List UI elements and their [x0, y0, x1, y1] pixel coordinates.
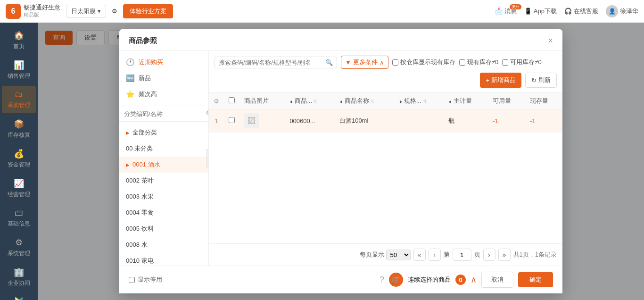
select-all-checkbox[interactable] — [229, 97, 235, 103]
service-icon[interactable]: 🎧 在线客服 — [564, 7, 598, 16]
th-settings: ⚙ — [209, 93, 224, 109]
modal-footer: 显示停用 ? 🛒 连续选择的商品 0 ∧ 取消 确定 — [119, 266, 562, 293]
category-tabs: 🕐 近期购买 🆕 新品 ⭐ 频次高 — [119, 51, 208, 106]
th-available: 可用量 — [488, 93, 525, 109]
sidebar-item-3[interactable]: 📦库存核算 — [2, 115, 36, 143]
cat-tab-new[interactable]: 🆕 新品 — [119, 71, 208, 86]
sidebar: 🏠首页📊销售管理🗂采购管理📦库存核算💰资金管理📈经营管理🗃基础信息⚙系统管理🏢企… — [0, 23, 38, 300]
category-item-3[interactable]: 0002 茶叶 — [119, 173, 208, 189]
cell-available: -1 — [488, 109, 525, 133]
stock-nonzero-checkbox[interactable]: 现有库存≠0 — [459, 58, 498, 67]
sidebar-item-0[interactable]: 🏠首页 — [2, 26, 36, 54]
settings-nav-icon[interactable]: ⚙ — [112, 8, 117, 15]
show-disabled-input[interactable] — [129, 277, 135, 283]
filter-button[interactable]: ▼ 更多条件 ∧ — [341, 56, 388, 69]
sidebar-item-2[interactable]: 🗂采购管理 — [2, 86, 36, 113]
products-table-element: ⚙ 商品图片 ⬧商品...⇅ — [209, 93, 562, 133]
warehouse-checkbox[interactable]: 按仓库显示现有库存 — [392, 58, 455, 67]
sidebar-item-4[interactable]: 💰资金管理 — [2, 145, 36, 173]
cell-code: 000600... — [285, 109, 335, 133]
trial-button[interactable]: 体验行业方案 — [123, 4, 173, 18]
category-item-2[interactable]: ▶0001 酒水 — [119, 157, 208, 173]
cart-count: 0 — [455, 275, 466, 285]
user-avatar[interactable]: 👤 徐泽华 — [606, 5, 638, 17]
cart-icon: 🛒 — [389, 273, 403, 287]
product-toolbar: 🔍 ▼ 更多条件 ∧ 按仓库显示现有库存 — [209, 51, 562, 93]
logo-icon: 6 — [6, 4, 21, 19]
pagination: 每页显示 50 20 100 « ‹ 第 页 — [209, 243, 562, 266]
cat-tab-frequent[interactable]: ⭐ 频次高 — [119, 87, 208, 102]
sidebar-item-8[interactable]: 🏢企业协同 — [2, 263, 36, 291]
cell-stock: -1 — [525, 109, 562, 133]
prev-page-button[interactable]: ‹ — [429, 249, 441, 261]
cell-num: 1 — [209, 109, 224, 133]
cat-tab-recent[interactable]: 🕐 近期购买 — [119, 55, 208, 70]
product-search-icon[interactable]: 🔍 — [325, 59, 333, 66]
product-panel: 🔍 ▼ 更多条件 ∧ 按仓库显示现有库存 — [209, 51, 562, 266]
last-page-button[interactable]: » — [498, 249, 511, 261]
category-item-0[interactable]: ▶全部分类 — [119, 125, 208, 141]
cell-checkbox[interactable] — [224, 109, 239, 133]
page-number-input[interactable] — [453, 249, 471, 261]
per-page-select[interactable]: 50 20 100 — [386, 250, 411, 260]
logo-text: 畅捷通好生意 — [24, 4, 60, 12]
sidebar-item-6[interactable]: 🗃基础信息 — [2, 204, 36, 232]
stock-nonzero-input[interactable] — [459, 59, 465, 66]
category-item-7[interactable]: 0008 水 — [119, 237, 208, 253]
main-content: 查询 设置 ↻ 刷新 商品参照 × — [38, 23, 644, 300]
modal-close-button[interactable]: × — [548, 36, 553, 46]
warehouse-checkbox-input[interactable] — [392, 59, 398, 66]
per-page-selector: 每页显示 50 20 100 — [360, 250, 411, 260]
category-search-input[interactable] — [124, 110, 203, 117]
cancel-button[interactable]: 取消 — [481, 272, 513, 288]
message-badge: 99+ — [510, 4, 521, 9]
next-page-button[interactable]: › — [483, 249, 495, 261]
show-disabled-checkbox[interactable]: 显示停用 — [129, 275, 162, 284]
nav-right: 📩 消息 99+ 📱 App下载 🎧 在线客服 👤 徐泽华 — [495, 5, 638, 17]
sidebar-item-7[interactable]: ⚙系统管理 — [2, 233, 36, 261]
category-item-5[interactable]: 0004 零食 — [119, 205, 208, 221]
product-search-box: 🔍 — [215, 57, 337, 68]
category-search: 🔍 — [119, 106, 208, 122]
cell-image: 🖼 — [239, 109, 285, 133]
add-product-button[interactable]: + 新增商品 — [480, 73, 521, 88]
cell-unit: 瓶 — [444, 109, 488, 133]
product-search-input[interactable] — [219, 59, 322, 66]
footer-right: ? 🛒 连续选择的商品 0 ∧ 取消 确定 — [380, 272, 553, 288]
message-icon[interactable]: 📩 消息 99+ — [495, 7, 517, 16]
category-item-1[interactable]: 00 未分类 — [119, 141, 208, 157]
top-nav: 6 畅捷通好生意 精品版 日太阳膜 ▾ ⚙ 体验行业方案 📩 消息 99+ 📱 … — [0, 0, 644, 23]
category-item-4[interactable]: 0003 水果 — [119, 189, 208, 205]
category-item-6[interactable]: 0005 饮料 — [119, 221, 208, 237]
modal-header: 商品参照 × — [119, 29, 562, 51]
category-search-icon[interactable]: 🔍 — [206, 110, 209, 117]
first-page-button[interactable]: « — [413, 249, 426, 261]
logo-area: 6 畅捷通好生意 精品版 — [6, 4, 60, 19]
modal-dialog: 商品参照 × 🕐 近期购买 🆕 — [119, 29, 562, 293]
nav-selector[interactable]: 日太阳膜 ▾ — [66, 5, 106, 18]
table-settings-icon[interactable]: ⚙ — [214, 98, 219, 105]
table-header-row: ⚙ 商品图片 ⬧商品...⇅ — [209, 93, 562, 109]
modal-body: 🕐 近期购买 🆕 新品 ⭐ 频次高 — [119, 51, 562, 266]
th-checkbox — [224, 93, 239, 109]
sidebar-item-9[interactable]: 🔰新手引导 — [2, 293, 36, 300]
available-nonzero-checkbox[interactable]: 可用库存≠0 — [502, 58, 541, 67]
refresh-button[interactable]: ↻ 刷新 — [525, 73, 557, 88]
sidebar-item-5[interactable]: 📈经营管理 — [2, 175, 36, 202]
table-row[interactable]: 1 🖼 000600... 白酒100ml 瓶 — [209, 109, 562, 133]
toolbar-right: + 新增商品 ↻ 刷新 — [480, 73, 557, 88]
category-list: ▶全部分类00 未分类▶0001 酒水0002 茶叶0003 水果0004 零食… — [119, 122, 208, 266]
app-download-icon[interactable]: 📱 App下载 — [524, 7, 557, 16]
th-code: ⬧商品...⇅ — [285, 93, 335, 109]
th-image: 商品图片 — [239, 93, 285, 109]
help-icon[interactable]: ? — [380, 275, 384, 285]
sidebar-item-1[interactable]: 📊销售管理 — [2, 56, 36, 84]
confirm-button[interactable]: 确定 — [518, 272, 553, 287]
th-spec: ⬧规格...⇅ — [394, 93, 444, 109]
cart-collapse-icon[interactable]: ∧ — [471, 275, 477, 285]
cell-spec — [394, 109, 444, 133]
category-item-8[interactable]: 0010 家电 — [119, 253, 208, 266]
collapse-button[interactable]: ‹ — [206, 149, 209, 168]
new-icon: 🆕 — [126, 74, 135, 83]
available-nonzero-input[interactable] — [502, 59, 508, 66]
